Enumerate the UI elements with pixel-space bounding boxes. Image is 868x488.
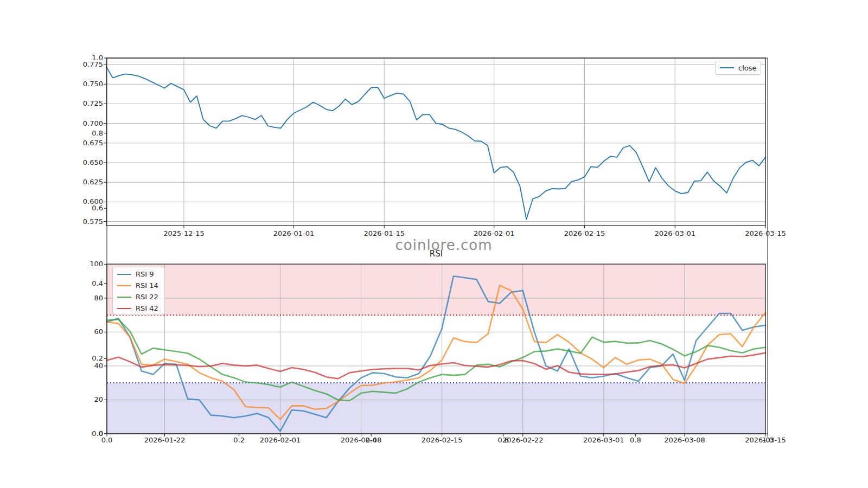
base-xtick-label: 0.2 — [233, 436, 245, 444]
base-xtick-label: 0.4 — [366, 436, 377, 444]
legend-close-label: close — [738, 64, 756, 72]
rsi-9-line-sample — [117, 274, 131, 275]
rsi-ytick-label: 80 — [56, 294, 103, 302]
rsi-ytick-label: 60 — [56, 328, 103, 336]
legend-label: RSI 22 — [136, 293, 158, 301]
price-ytick-label: 0.750 — [56, 80, 103, 88]
date-xtick-label-bottom: 2026-03-01 — [583, 436, 624, 444]
close-line-sample — [720, 67, 734, 68]
date-xtick-label-top: 2026-01-01 — [273, 229, 315, 237]
price-ytick-label: 0.725 — [56, 99, 103, 107]
base-xtick-label: 0.0 — [101, 436, 113, 444]
legend-row: RSI 14 — [113, 280, 164, 291]
date-xtick-label-bottom: 2026-02-01 — [260, 436, 301, 444]
date-xtick-label-bottom: 2026-03-08 — [664, 436, 705, 444]
date-xtick-label-top: 2026-01-15 — [363, 229, 405, 237]
rsi-ytick-label: 20 — [56, 395, 103, 403]
base-xtick-label: 0.8 — [630, 436, 641, 444]
chart-figure: 0.5750.6000.6250.6500.6750.7000.7250.750… — [0, 0, 868, 488]
price-ytick-label: 0.575 — [56, 217, 103, 226]
base-xtick-label: 1.0 — [762, 436, 774, 444]
rsi-ytick-label: 100 — [56, 260, 103, 268]
date-xtick-label-top: 2026-02-01 — [474, 229, 515, 237]
legend-row: RSI 42 — [113, 303, 164, 314]
legend-close: close — [715, 61, 761, 75]
base-ytick-label: 0.4 — [56, 279, 103, 287]
legend-label: RSI 42 — [136, 304, 158, 312]
rsi-panel-title: RSI — [430, 249, 443, 259]
base-ytick-label: 1.0 — [56, 54, 103, 62]
rsi-42-line-sample — [117, 308, 131, 309]
rsi-22-line-sample — [117, 297, 131, 298]
date-xtick-label-bottom: 2026-02-15 — [422, 436, 463, 444]
legend-label: RSI 9 — [136, 270, 154, 278]
legend-label: RSI 14 — [136, 281, 158, 290]
base-ytick-label: 0.0 — [56, 429, 103, 438]
date-xtick-label-top: 2025-12-15 — [163, 229, 205, 237]
legend-rsi: RSI 9RSI 14RSI 22RSI 42 — [112, 267, 165, 315]
date-xtick-label-top: 2026-03-01 — [654, 229, 695, 237]
base-xtick-label: 0.6 — [497, 436, 509, 444]
legend-row: RSI 9 — [113, 268, 164, 280]
price-ytick-label: 0.625 — [56, 178, 103, 186]
base-ytick-label: 0.8 — [56, 129, 103, 137]
date-xtick-label-top: 2026-03-15 — [745, 229, 786, 237]
rsi-ytick-label: 40 — [56, 362, 103, 370]
price-ytick-label: 0.650 — [56, 158, 103, 166]
legend-row: RSI 22 — [113, 291, 164, 303]
rsi-14-line-sample — [117, 285, 131, 286]
date-xtick-label-top: 2026-02-15 — [564, 229, 605, 237]
base-ytick-label: 0.2 — [56, 354, 103, 362]
base-ytick-label: 0.6 — [56, 204, 103, 212]
legend-row: close — [716, 61, 761, 74]
date-xtick-label-bottom: 2026-01-22 — [144, 436, 186, 444]
price-ytick-label: 0.700 — [56, 119, 103, 127]
price-ytick-label: 0.675 — [56, 139, 103, 147]
watermark: coinlore.com — [395, 237, 493, 253]
